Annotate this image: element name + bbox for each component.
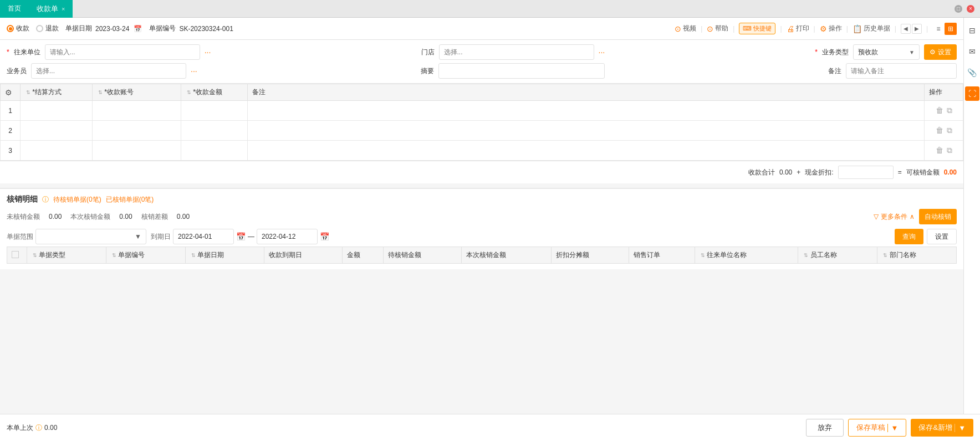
- copy-icon-3[interactable]: ⧉: [947, 146, 952, 155]
- nav-prev[interactable]: ◀: [901, 24, 911, 34]
- th-action-label: 操作: [929, 88, 942, 96]
- row-2-remark[interactable]: [248, 121, 925, 141]
- store-input[interactable]: [439, 44, 594, 60]
- close-button[interactable]: ×: [967, 5, 974, 13]
- radio-refund[interactable]: 退款: [36, 24, 59, 33]
- delete-icon-3[interactable]: 🗑: [936, 146, 943, 155]
- save-new-button[interactable]: 保存&新增 ▼: [911, 419, 973, 437]
- number-value[interactable]: SK-20230324-001: [179, 25, 233, 33]
- sort-staff-icon[interactable]: ⇅: [804, 253, 808, 258]
- info-icon[interactable]: ⓘ: [42, 195, 49, 204]
- th-settings[interactable]: ⚙: [1, 84, 21, 101]
- delete-icon-2[interactable]: 🗑: [936, 126, 943, 135]
- video-action[interactable]: ⊙ 视频: [675, 24, 696, 33]
- discard-button[interactable]: 放弃: [806, 419, 844, 437]
- date-value[interactable]: 2023-03-24: [95, 25, 129, 33]
- sort-icon-2[interactable]: ⇅: [98, 90, 103, 95]
- settings-button[interactable]: ⚙ 设置: [924, 44, 957, 60]
- row-1-account[interactable]: [93, 101, 181, 121]
- maximize-button[interactable]: □: [955, 5, 962, 13]
- sidebar-email-icon[interactable]: ✉: [965, 44, 979, 59]
- row-2-amount[interactable]: [181, 121, 248, 141]
- sort-type-icon[interactable]: ⇅: [33, 253, 37, 258]
- quickkey-button[interactable]: ⌨ 快捷键: [739, 23, 775, 34]
- vth-partner-name-label: 往来单位名称: [707, 251, 747, 259]
- verif-table: ⇅ 单据类型 ⇅ 单据编号 ⇅ 单据日期 收款到期日: [7, 247, 957, 264]
- auto-verify-button[interactable]: 自动核销: [919, 209, 957, 224]
- row-2-settlement[interactable]: [21, 121, 93, 141]
- verif-settings-button[interactable]: 设置: [927, 229, 957, 244]
- radio-receive[interactable]: 收款: [7, 24, 29, 33]
- row-2-account[interactable]: [93, 121, 181, 141]
- query-button[interactable]: 查询: [895, 229, 923, 244]
- tab-home[interactable]: 首页: [0, 0, 29, 18]
- copy-icon-1[interactable]: ⧉: [947, 106, 952, 115]
- range-select[interactable]: ▼: [35, 229, 146, 244]
- row-1-settlement[interactable]: [21, 101, 93, 121]
- filter-icon: ▽: [874, 213, 879, 221]
- date-from-input[interactable]: [173, 229, 234, 244]
- row-3-settlement[interactable]: [21, 141, 93, 161]
- bottom-info-icon[interactable]: ⓘ: [35, 423, 42, 433]
- staff-more-button[interactable]: ···: [191, 66, 197, 75]
- date-label: 单据日期: [65, 24, 92, 33]
- sort-icon[interactable]: ⇅: [26, 90, 30, 95]
- discount-input[interactable]: [838, 166, 894, 179]
- table-row-2: 2 🗑 ⧉: [1, 121, 963, 141]
- sidebar-screenshot-icon[interactable]: ⛶: [965, 86, 979, 101]
- summary-input[interactable]: [438, 63, 605, 79]
- select-all-checkbox[interactable]: [12, 251, 19, 258]
- store-more-button[interactable]: ···: [599, 48, 605, 57]
- help-action[interactable]: ⊙ 帮助: [707, 24, 728, 33]
- vth-current-verif-label: 本次核销金额: [466, 251, 506, 259]
- date-to-input[interactable]: [257, 229, 318, 244]
- tab-receipt[interactable]: 收款单 ×: [29, 0, 73, 18]
- partner-more-button[interactable]: ···: [205, 48, 211, 57]
- vth-check[interactable]: [7, 247, 27, 264]
- sidebar-attachment-icon[interactable]: 📎: [965, 65, 979, 80]
- row-3-amount[interactable]: [181, 141, 248, 161]
- copy-icon-2[interactable]: ⧉: [947, 126, 952, 135]
- sort-partner-icon[interactable]: ⇅: [701, 253, 705, 258]
- calendar-to-icon[interactable]: 📅: [320, 232, 329, 241]
- pending-tab[interactable]: 待核销单据(0笔): [53, 195, 101, 204]
- history-action[interactable]: 📋 历史单据: [853, 24, 890, 33]
- staff-label: 业务员: [7, 66, 27, 76]
- delete-icon-1[interactable]: 🗑: [936, 106, 943, 115]
- remark-input[interactable]: [846, 63, 957, 79]
- vth-type-label: 单据类型: [39, 251, 65, 259]
- calendar-icon[interactable]: 📅: [132, 24, 142, 34]
- diff-value: 0.00: [177, 213, 190, 221]
- vth-dept-name-label: 部门名称: [890, 251, 916, 259]
- sort-number-icon[interactable]: ⇅: [112, 253, 116, 258]
- sort-date-icon[interactable]: ⇅: [191, 253, 196, 258]
- quickkey-label: 快捷键: [753, 24, 772, 33]
- close-icon[interactable]: ×: [62, 6, 65, 12]
- save-arrow-icon[interactable]: ▼: [955, 424, 966, 432]
- layout-grid[interactable]: ⊞: [945, 23, 957, 35]
- calendar-from-icon[interactable]: 📅: [236, 232, 246, 241]
- verif-stats: 未核销金额 0.00 本次核销金额 0.00 核销差额 0.00 ▽ 更多条件 …: [7, 209, 957, 224]
- draft-arrow-icon[interactable]: ▼: [887, 424, 899, 432]
- row-3-remark[interactable]: [248, 141, 925, 161]
- operation-action[interactable]: ⚙ 操作: [820, 24, 842, 33]
- partner-input[interactable]: [45, 44, 200, 60]
- more-conditions-button[interactable]: ▽ 更多条件 ∧: [874, 212, 915, 222]
- print-action[interactable]: 🖨 打印: [787, 24, 809, 33]
- sort-dept-icon[interactable]: ⇅: [883, 253, 887, 258]
- sort-icon-3[interactable]: ⇅: [187, 90, 191, 95]
- th-settlement: ⇅ *结算方式: [21, 84, 93, 101]
- row-1-remark[interactable]: [248, 101, 925, 121]
- nav-next[interactable]: ▶: [912, 24, 922, 34]
- layout-list[interactable]: ≡: [932, 23, 945, 35]
- vth-number: ⇅ 单据编号: [106, 247, 185, 264]
- sidebar-table-icon[interactable]: ⊟: [965, 23, 979, 38]
- row-1-amount[interactable]: [181, 101, 248, 121]
- vth-staff-name-label: 员工名称: [810, 251, 837, 259]
- row-3-account[interactable]: [93, 141, 181, 161]
- table-settings-icon[interactable]: ⚙: [5, 88, 12, 97]
- staff-input[interactable]: [31, 63, 186, 79]
- done-tab[interactable]: 已核销单据(0笔): [106, 195, 154, 204]
- save-draft-button[interactable]: 保存草稿 ▼: [848, 419, 907, 437]
- business-type-select[interactable]: 预收款 ▼: [853, 44, 920, 60]
